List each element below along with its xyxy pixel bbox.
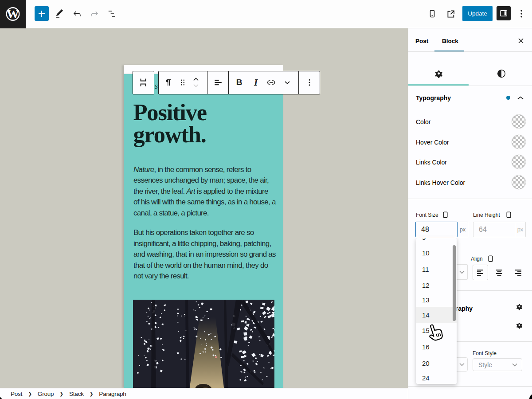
svg-text:W: W bbox=[7, 7, 19, 21]
